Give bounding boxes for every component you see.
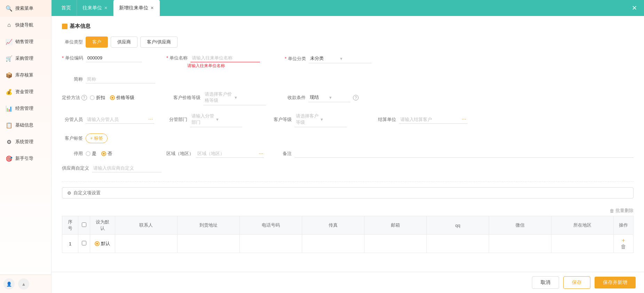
default-radio-item[interactable]: 默认 (94, 241, 111, 247)
row-select-checkbox[interactable] (82, 241, 86, 245)
unit-category-select[interactable]: 未分类 ▾ (309, 54, 371, 63)
sidebar-item-quicknav[interactable]: ⌂ 快捷导航 (0, 17, 51, 33)
close-all-tabs-button[interactable]: ✕ (629, 4, 640, 12)
pricing-level-option[interactable]: 价格等级 (110, 95, 134, 101)
row-default[interactable]: 默认 (90, 235, 115, 253)
tab-home[interactable]: 首页 (56, 0, 77, 16)
pricing-help-icon[interactable]: ? (81, 95, 87, 100)
settings-footer-icon[interactable]: ▲ (18, 278, 29, 290)
row-address[interactable] (177, 235, 239, 253)
col-default: 设为默认 (90, 216, 115, 235)
address-input[interactable] (181, 241, 236, 246)
sidebar-item-label: 新手引导 (15, 155, 33, 162)
customer-price-select[interactable]: 请选择客户价格等级 ▾ (203, 90, 266, 105)
btn-customer[interactable]: 客户 (86, 36, 108, 48)
col-no: 序号 (62, 216, 78, 235)
btn-both[interactable]: 客户/供应商 (140, 36, 178, 48)
region-field: 区域（地区） ··· (166, 149, 264, 158)
save-button[interactable]: 保存 (563, 276, 590, 289)
payment-condition-select[interactable]: 现结 ▾ (308, 93, 350, 102)
unit-code-input[interactable] (86, 54, 142, 62)
row-phone[interactable] (239, 235, 302, 253)
region-input2[interactable] (555, 241, 610, 246)
sidebar-item-search[interactable]: 🔍 搜索菜单 (0, 0, 51, 17)
custom-settings-label: 自定义项设置 (73, 190, 101, 196)
select-all-checkbox[interactable] (82, 222, 86, 227)
col-checkbox[interactable] (78, 216, 90, 235)
tab-counterparty-close[interactable]: ✕ (104, 6, 108, 10)
disabled-no-option[interactable]: 否 (101, 150, 112, 157)
sidebar-item-operations[interactable]: 📊 经营管理 (0, 100, 51, 117)
pricing-discount-option[interactable]: 折扣 (90, 95, 105, 101)
tab-new-counterparty-close[interactable]: ✕ (150, 6, 154, 10)
tab-new-counterparty-label: 新增往来单位 (119, 5, 148, 11)
payment-help-icon[interactable]: ? (353, 95, 359, 100)
row-qq[interactable] (426, 235, 489, 253)
default-radio[interactable] (95, 241, 100, 246)
manager-input[interactable] (86, 115, 147, 123)
divider (62, 181, 634, 182)
unit-type-label: 单位类型 (62, 39, 83, 45)
pricing-level-radio[interactable] (110, 95, 115, 100)
fax-input[interactable] (306, 241, 361, 246)
basicinfo-icon: 📋 (6, 122, 13, 129)
tab-new-counterparty[interactable]: 新增往来单位 ✕ (113, 0, 160, 16)
add-row-btn[interactable]: + (622, 237, 625, 243)
pricing-discount-radio[interactable] (90, 95, 95, 100)
phone-input[interactable] (243, 241, 298, 246)
row-region[interactable] (551, 235, 614, 253)
email-input[interactable] (368, 241, 423, 246)
bulk-delete-button[interactable]: 🗑 批量删除 (610, 207, 634, 214)
region-more-btn[interactable]: ··· (257, 150, 265, 157)
sidebar-item-label: 经营管理 (15, 105, 33, 112)
row-checkbox[interactable] (78, 235, 90, 253)
region-input[interactable] (196, 149, 257, 157)
sidebar-item-basic-info[interactable]: 📋 基础信息 (0, 117, 51, 133)
col-contact: 联系人 (115, 216, 177, 235)
tab-counterparty[interactable]: 往来单位 ✕ (77, 0, 113, 16)
region-input-wrapper: ··· (196, 149, 264, 158)
settlement-input[interactable] (399, 115, 460, 123)
sidebar-item-sales[interactable]: 📈 销售管理 (0, 33, 51, 50)
wechat-input[interactable] (493, 241, 548, 246)
sidebar-item-guide[interactable]: 🎯 新手引导 (0, 150, 51, 167)
remark-input[interactable] (294, 149, 634, 158)
contact-input[interactable] (119, 241, 174, 246)
settlement-more-btn[interactable]: ··· (460, 116, 468, 122)
disabled-yes-option[interactable]: 是 (86, 150, 96, 157)
sidebar-item-system[interactable]: ⚙ 系统管理 (0, 133, 51, 150)
gear-icon: ⚙ (67, 190, 71, 196)
dept-select[interactable]: 请输入分管部门 ▾ (190, 112, 242, 127)
sidebar-item-finance[interactable]: 💰 资金管理 (0, 83, 51, 100)
supplier-custom-input[interactable] (92, 164, 162, 172)
user-avatar[interactable]: 👤 (3, 278, 15, 290)
inventory-icon: 📦 (6, 72, 13, 79)
save-new-button[interactable]: 保存并新增 (595, 277, 636, 288)
row-email[interactable] (364, 235, 426, 253)
section-title: 基本信息 (62, 23, 634, 30)
add-tag-button[interactable]: + 标签 (86, 133, 108, 143)
disabled-yes-radio[interactable] (86, 151, 91, 156)
col-region: 所在地区 (551, 216, 614, 235)
custom-settings-button[interactable]: ⚙ 自定义项设置 (62, 187, 634, 198)
delete-row-btn[interactable]: 🗑 (621, 244, 626, 250)
manager-more-btn[interactable]: ··· (147, 116, 154, 122)
row-no: 1 (62, 235, 78, 253)
row-fax[interactable] (302, 235, 364, 253)
sidebar-item-inventory[interactable]: 📦 库存核算 (0, 67, 51, 83)
qq-input[interactable] (430, 241, 485, 246)
btn-supplier[interactable]: 供应商 (111, 36, 138, 48)
row-wechat[interactable] (489, 235, 551, 253)
sidebar-item-purchase[interactable]: 🛒 采购管理 (0, 50, 51, 67)
cancel-button[interactable]: 取消 (532, 276, 559, 289)
sidebar: 🔍 搜索菜单 ⌂ 快捷导航 📈 销售管理 🛒 采购管理 📦 库存核算 💰 资金管… (0, 0, 52, 293)
row-contact[interactable] (115, 235, 177, 253)
customer-level-label: 客户等级 (271, 116, 292, 123)
disabled-no-radio[interactable] (101, 151, 106, 156)
home-icon: ⌂ (6, 22, 13, 29)
tab-bar: 首页 往来单位 ✕ 新增往来单位 ✕ ✕ (52, 0, 644, 16)
short-name-input[interactable] (86, 75, 155, 83)
col-fax: 传真 (302, 216, 364, 235)
customer-level-select[interactable]: 请选择客户等级 ▾ (294, 112, 347, 127)
unit-name-input[interactable] (190, 54, 260, 62)
